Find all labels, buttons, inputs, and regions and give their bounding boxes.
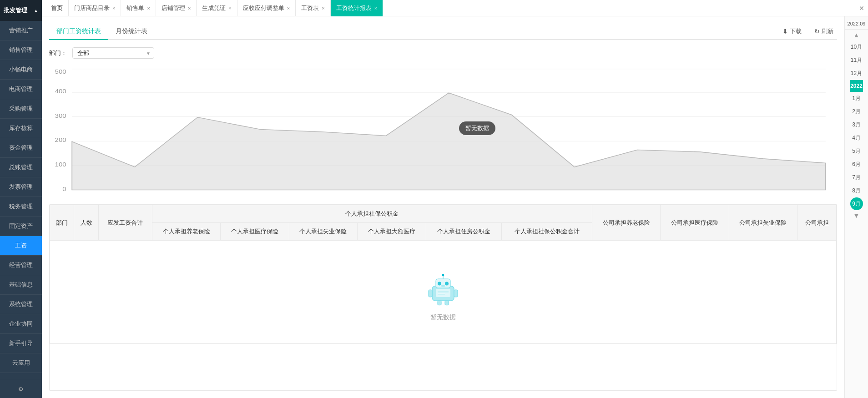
date-panel-header: 2022.09 xyxy=(845,18,868,30)
sidebar-arrow-icon: ▲ xyxy=(34,8,38,13)
sidebar-item-电商管理[interactable]: 电商管理 xyxy=(0,80,42,99)
date-item[interactable]: 1月 xyxy=(850,92,863,105)
download-button[interactable]: ⬇ 下载 xyxy=(779,25,805,37)
sidebar-item-固定资产[interactable]: 固定资产 xyxy=(0,217,42,236)
tab-首页[interactable]: 首页 xyxy=(45,0,69,16)
th-personal4: 个人承担大额医疗 xyxy=(358,223,426,241)
tab-close-icon[interactable]: × xyxy=(322,5,324,11)
sub-tab-部门工资统计表[interactable]: 部门工资统计表 xyxy=(49,24,108,40)
download-icon: ⬇ xyxy=(782,28,788,35)
tab-label: 门店商品目录 xyxy=(74,4,110,12)
sidebar-item-工资[interactable]: 工资 xyxy=(0,236,42,256)
svg-rect-20 xyxy=(438,301,441,305)
tab-close-icon[interactable]: × xyxy=(112,5,115,11)
date-item-selected[interactable]: 9月 xyxy=(850,197,863,210)
date-item[interactable]: 8月 xyxy=(850,184,863,197)
svg-text:200: 200 xyxy=(55,136,66,143)
th-group-personal: 个人承担社保公积金 xyxy=(152,205,592,223)
date-item[interactable]: 3月 xyxy=(850,118,863,131)
date-item[interactable]: 11月 xyxy=(850,54,863,67)
sub-tab-月份统计表[interactable]: 月份统计表 xyxy=(108,24,155,40)
sidebar-header[interactable]: 批发管理 ▲ xyxy=(0,0,42,21)
sidebar-item-小畅电商[interactable]: 小畅电商 xyxy=(0,60,42,80)
data-table: 部门 人数 应发工资合计 个人承担社保公积金 公司承担养老保险 公司承担医疗保险… xyxy=(50,205,837,344)
sub-tabs: 部门工资统计表月份统计表 ⬇ 下载 ↻ 刷新 xyxy=(49,24,837,40)
date-nav-up[interactable]: ▲ xyxy=(845,30,868,40)
tab-工资表[interactable]: 工资表× xyxy=(296,0,330,16)
tab-label: 首页 xyxy=(51,4,63,12)
sidebar-item-销售管理[interactable]: 销售管理 xyxy=(0,40,42,60)
svg-rect-21 xyxy=(445,301,449,305)
chart-container: 0 100 200 300 400 500 xyxy=(49,64,837,201)
refresh-button[interactable]: ↻ 刷新 xyxy=(811,25,837,37)
tab-label: 工资统计报表 xyxy=(336,4,372,12)
tab-店铺管理[interactable]: 店铺管理× xyxy=(156,0,197,16)
sidebar-item-基础信息[interactable]: 基础信息 xyxy=(0,275,42,295)
date-nav-down[interactable]: ▼ xyxy=(845,210,868,221)
tab-生成凭证[interactable]: 生成凭证× xyxy=(197,0,237,16)
tab-close-icon[interactable]: × xyxy=(188,5,191,11)
tab-label: 店铺管理 xyxy=(161,4,185,12)
empty-icon xyxy=(425,272,461,308)
th-people: 人数 xyxy=(74,205,98,241)
sidebar-item-总账管理[interactable]: 总账管理 xyxy=(0,158,42,177)
settings-icon: ⚙ xyxy=(18,386,24,393)
sidebar-item-税务管理[interactable]: 税务管理 xyxy=(0,197,42,217)
tab-close-icon[interactable]: × xyxy=(287,5,290,11)
th-personal3: 个人承担失业保险 xyxy=(289,223,357,241)
sidebar-settings[interactable]: ⚙ xyxy=(0,380,42,398)
tab-门店商品目录[interactable]: 门店商品目录× xyxy=(69,0,121,16)
svg-text:100: 100 xyxy=(55,161,66,168)
tab-label: 工资表 xyxy=(301,4,319,12)
department-select[interactable]: 全部 xyxy=(72,47,154,59)
th-personal5: 个人承担住房公积金 xyxy=(426,223,502,241)
tab-close-icon[interactable]: × xyxy=(374,5,377,11)
tab-应收应付调整单[interactable]: 应收应付调整单× xyxy=(237,0,296,16)
date-item[interactable]: 6月 xyxy=(850,158,863,171)
empty-state: 暂无数据 xyxy=(54,244,833,340)
tab-close-icon[interactable]: × xyxy=(147,5,150,11)
tab-label: 应收应付调整单 xyxy=(243,4,284,12)
svg-text:400: 400 xyxy=(55,88,66,95)
svg-rect-18 xyxy=(429,290,432,297)
tab-工资统计报表[interactable]: 工资统计报表× xyxy=(331,0,383,16)
sidebar: 批发管理 ▲ 营销推广销售管理小畅电商电商管理采购管理库存核算资金管理总账管理发… xyxy=(0,0,42,398)
tab-销售单[interactable]: 销售单× xyxy=(121,0,156,16)
sidebar-item-企业协同[interactable]: 企业协同 xyxy=(0,314,42,334)
sidebar-item-资金管理[interactable]: 资金管理 xyxy=(0,138,42,158)
sidebar-title: 批发管理 xyxy=(4,6,27,15)
tab-bar: 首页门店商品目录×销售单×店铺管理×生成凭证×应收应付调整单×工资表×工资统计报… xyxy=(42,0,868,16)
th-personal2: 个人承担医疗保险 xyxy=(221,223,289,241)
sidebar-item-库存核算[interactable]: 库存核算 xyxy=(0,119,42,138)
tab-bar-close[interactable]: ✕ xyxy=(859,5,864,12)
tab-label: 生成凭证 xyxy=(202,4,226,12)
sidebar-item-系统管理[interactable]: 系统管理 xyxy=(0,295,42,314)
main-area: 首页门店商品目录×销售单×店铺管理×生成凭证×应收应付调整单×工资表×工资统计报… xyxy=(42,0,868,398)
date-item[interactable]: 4月 xyxy=(850,131,863,145)
filter-row: 部门： 全部 xyxy=(49,47,837,59)
sidebar-item-采购管理[interactable]: 采购管理 xyxy=(0,99,42,119)
date-item[interactable]: 12月 xyxy=(850,67,863,80)
refresh-icon: ↻ xyxy=(814,28,820,35)
date-item[interactable]: 2月 xyxy=(850,105,863,118)
table-wrapper[interactable]: 部门 人数 应发工资合计 个人承担社保公积金 公司承担养老保险 公司承担医疗保险… xyxy=(49,204,837,391)
svg-text:300: 300 xyxy=(55,112,66,119)
sidebar-item-云应用[interactable]: 云应用 xyxy=(0,353,42,373)
department-select-wrapper: 全部 xyxy=(72,47,154,59)
sidebar-item-营销推广[interactable]: 营销推广 xyxy=(0,21,42,40)
sidebar-item-发票管理[interactable]: 发票管理 xyxy=(0,177,42,197)
th-company1: 公司承担养老保险 xyxy=(592,205,660,241)
date-item[interactable]: 7月 xyxy=(850,171,863,184)
sidebar-item-经营管理[interactable]: 经营管理 xyxy=(0,256,42,275)
close-icon[interactable]: ✕ xyxy=(859,5,864,12)
date-item[interactable]: 10月 xyxy=(850,40,863,54)
svg-point-26 xyxy=(442,274,444,277)
svg-rect-17 xyxy=(441,285,445,286)
svg-text:0: 0 xyxy=(62,186,66,192)
date-item[interactable]: 5月 xyxy=(850,145,863,158)
toolbar: ⬇ 下载 ↻ 刷新 xyxy=(779,25,837,37)
tab-close-icon[interactable]: × xyxy=(228,5,231,11)
svg-point-16 xyxy=(445,282,449,285)
tab-label: 销售单 xyxy=(126,4,144,12)
sidebar-item-新手引导[interactable]: 新手引导 xyxy=(0,334,42,353)
